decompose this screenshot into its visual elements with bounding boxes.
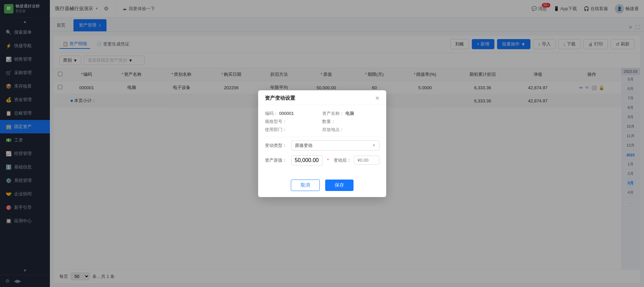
original-value-display: 50,000.00 xyxy=(291,155,323,165)
info-quantity: 数量： xyxy=(322,119,379,125)
dialog-close-button[interactable]: ✕ xyxy=(375,95,379,101)
dialog-overlay[interactable]: 资产变动设置 ✕ 编码： 000001 资产名称： 电脑 规格型号： 数量： xyxy=(0,0,644,287)
after-change-input-wrap[interactable] xyxy=(354,156,379,165)
change-type-label: 变动类型： xyxy=(265,142,288,149)
required-star: * xyxy=(327,158,329,163)
change-type-select[interactable]: 原值变动 ▼ xyxy=(291,140,379,151)
change-type-row: 变动类型： 原值变动 ▼ xyxy=(265,140,379,151)
after-change-input[interactable] xyxy=(358,158,376,163)
info-code: 编码： 000001 xyxy=(265,110,322,117)
dialog-title: 资产变动设置 xyxy=(265,95,295,101)
original-value-row: 资产原值： 50,000.00 * 变动后： xyxy=(265,155,379,165)
info-name: 资产名称： 电脑 xyxy=(322,110,379,117)
dialog-header: 资产变动设置 ✕ xyxy=(258,90,386,105)
info-department: 使用部门： xyxy=(265,127,322,133)
after-change-label: 变动后： xyxy=(334,157,351,163)
original-value-label: 资产原值： xyxy=(265,157,288,163)
info-spec: 规格型号： xyxy=(265,119,322,125)
info-location: 存放地点： xyxy=(322,127,379,133)
change-type-dropdown-icon: ▼ xyxy=(372,144,376,147)
dialog-divider xyxy=(265,137,379,137)
dialog-body: 编码： 000001 资产名称： 电脑 规格型号： 数量： 使用部门： xyxy=(258,105,386,176)
cancel-button[interactable]: 取消 xyxy=(291,180,320,191)
dialog-info-grid: 编码： 000001 资产名称： 电脑 规格型号： 数量： 使用部门： xyxy=(265,110,379,133)
asset-change-dialog: 资产变动设置 ✕ 编码： 000001 资产名称： 电脑 规格型号： 数量： xyxy=(258,90,386,197)
save-button[interactable]: 保存 xyxy=(325,180,354,191)
dialog-footer: 取消 保存 xyxy=(258,176,386,197)
